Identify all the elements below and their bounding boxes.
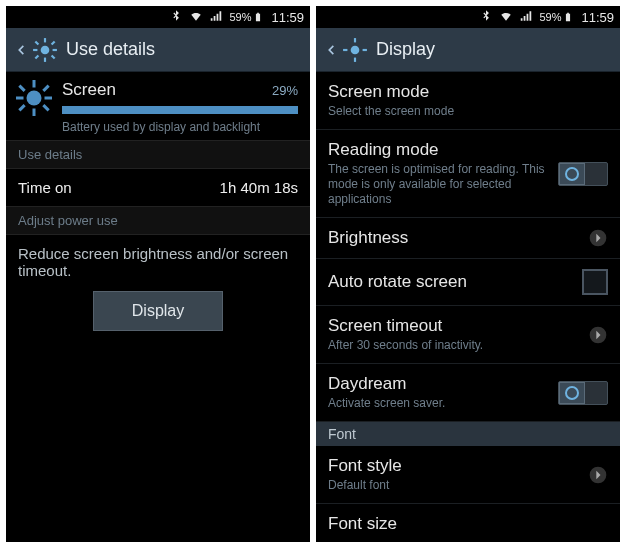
svg-rect-21 (343, 48, 347, 50)
svg-rect-4 (53, 48, 57, 50)
reading-mode-toggle[interactable] (558, 162, 608, 186)
app-bar: Display (316, 28, 620, 72)
clock: 11:59 (271, 10, 304, 25)
status-bar: 59% 11:59 (316, 6, 620, 28)
row-title: Auto rotate screen (328, 272, 572, 292)
chevron-right-icon (588, 325, 608, 345)
signal-icon (519, 9, 533, 26)
phone-use-details: 59% 11:59 Use details Screen 29% Battery… (6, 6, 310, 542)
svg-rect-22 (363, 48, 367, 50)
row-daydream[interactable]: Daydream Activate screen saver. (316, 364, 620, 422)
wifi-icon (189, 9, 203, 26)
daydream-toggle[interactable] (558, 381, 608, 405)
svg-rect-6 (51, 54, 56, 59)
chevron-right-icon (588, 228, 608, 248)
row-screen-timeout[interactable]: Screen timeout After 30 seconds of inact… (316, 306, 620, 364)
phone-display-settings: 59% 11:59 Display Screen mode Select the… (316, 6, 620, 542)
signal-icon (209, 9, 223, 26)
power-tip-text: Reduce screen brightness and/or screen t… (6, 235, 310, 283)
svg-point-9 (27, 91, 42, 106)
svg-rect-13 (45, 97, 53, 100)
group-header-font: Font (316, 422, 620, 446)
row-subtitle: Default font (328, 478, 578, 493)
svg-rect-7 (35, 54, 40, 59)
battery-pct: 59% (539, 11, 561, 23)
page-title: Use details (66, 39, 155, 60)
svg-rect-3 (33, 48, 37, 50)
svg-rect-1 (44, 38, 46, 42)
row-reading-mode[interactable]: Reading mode The screen is optimised for… (316, 130, 620, 218)
bluetooth-icon (479, 9, 493, 26)
svg-rect-5 (35, 40, 40, 45)
svg-point-0 (41, 45, 50, 54)
row-title: Reading mode (328, 140, 548, 160)
row-title: Daydream (328, 374, 548, 394)
row-title: Brightness (328, 228, 578, 248)
row-subtitle: Select the screen mode (328, 104, 608, 119)
svg-rect-20 (354, 57, 356, 61)
row-font-size[interactable]: Font size (316, 504, 620, 534)
svg-point-18 (351, 45, 360, 54)
page-title: Display (376, 39, 435, 60)
settings-list: Screen mode Select the screen mode Readi… (316, 72, 620, 542)
row-subtitle: After 30 seconds of inactivity. (328, 338, 578, 353)
svg-rect-8 (51, 40, 56, 45)
usage-subtitle: Battery used by display and backlight (62, 120, 298, 134)
usage-bar (62, 106, 298, 114)
time-on-value: 1h 40m 18s (220, 179, 298, 196)
time-on-label: Time on (18, 179, 72, 196)
settings-gear-icon (32, 37, 58, 63)
row-subtitle: Activate screen saver. (328, 396, 548, 411)
usage-title: Screen (62, 80, 116, 100)
svg-rect-10 (33, 80, 36, 88)
row-auto-rotate[interactable]: Auto rotate screen (316, 259, 620, 306)
section-header-adjust-power: Adjust power use (6, 206, 310, 235)
svg-rect-2 (44, 57, 46, 61)
battery-indicator: 59% (539, 10, 573, 24)
time-on-row[interactable]: Time on 1h 40m 18s (6, 169, 310, 206)
auto-rotate-checkbox[interactable] (582, 269, 608, 295)
svg-rect-11 (33, 109, 36, 117)
svg-rect-12 (16, 97, 24, 100)
section-header-use-details: Use details (6, 140, 310, 169)
row-subtitle: The screen is optimised for reading. Thi… (328, 162, 548, 207)
row-brightness[interactable]: Brightness (316, 218, 620, 259)
battery-indicator: 59% (229, 10, 263, 24)
svg-rect-14 (18, 85, 25, 92)
usage-percent: 29% (272, 83, 298, 98)
clock: 11:59 (581, 10, 614, 25)
svg-rect-16 (18, 104, 25, 111)
svg-rect-17 (42, 85, 49, 92)
row-title: Screen timeout (328, 316, 578, 336)
svg-rect-15 (42, 104, 49, 111)
settings-gear-icon (342, 37, 368, 63)
screen-usage-row[interactable]: Screen 29% Battery used by display and b… (6, 72, 310, 140)
row-title: Font style (328, 456, 578, 476)
bluetooth-icon (169, 9, 183, 26)
row-screen-mode[interactable]: Screen mode Select the screen mode (316, 72, 620, 130)
app-bar: Use details (6, 28, 310, 72)
back-button[interactable] (320, 28, 342, 72)
display-button[interactable]: Display (93, 291, 223, 331)
row-font-style[interactable]: Font style Default font (316, 446, 620, 504)
back-button[interactable] (10, 28, 32, 72)
svg-rect-19 (354, 38, 356, 42)
row-title: Screen mode (328, 82, 608, 102)
battery-pct: 59% (229, 11, 251, 23)
screen-gear-icon (16, 80, 52, 116)
wifi-icon (499, 9, 513, 26)
chevron-right-icon (588, 465, 608, 485)
status-bar: 59% 11:59 (6, 6, 310, 28)
